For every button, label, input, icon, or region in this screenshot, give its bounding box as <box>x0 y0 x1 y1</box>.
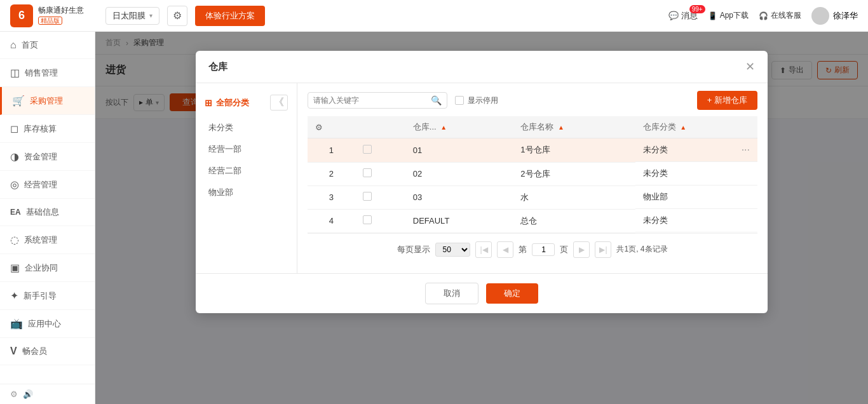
table-row[interactable]: 1 01 1号仓库 未分类 ··· <box>308 138 757 163</box>
row-code-cell: 02 <box>405 162 513 185</box>
store-selector[interactable]: 日太阳膜 ▾ <box>105 7 159 25</box>
per-page-label: 每页显示 <box>397 244 430 255</box>
sidebar-item-member[interactable]: V 畅会员 <box>0 338 95 365</box>
row-checkbox-cell <box>355 209 405 232</box>
sidebar-item-finance[interactable]: ◑ 资金管理 <box>0 143 95 171</box>
row-category-cell: 未分类 ··· <box>635 138 757 162</box>
pagination: 每页显示 50 10 20 100 |◀ ◀ 第 页 <box>308 233 757 266</box>
sort-cat-icon: ▲ <box>680 124 686 131</box>
collapse-icon[interactable]: 《 <box>270 95 288 111</box>
top-header: 6 畅康通好生意 精品版 日太阳膜 ▾ ⚙ 体验行业方案 💬 消息 99+ 📱 … <box>0 0 868 32</box>
sidebar-item-basic[interactable]: EA 基础信息 <box>0 199 95 226</box>
sidebar-item-sales[interactable]: ◫ 销售管理 <box>0 59 95 87</box>
row-checkbox[interactable] <box>363 192 372 201</box>
sidebar-item-purchase[interactable]: 🛒 采购管理 <box>0 87 95 115</box>
modal-header: 仓库 ✕ <box>196 51 768 83</box>
system-icon: ◌ <box>10 234 19 246</box>
next-page-button[interactable]: ▶ <box>573 241 590 258</box>
row-checkbox[interactable] <box>363 168 372 177</box>
search-icon[interactable]: 🔍 <box>431 95 442 105</box>
sidebar-item-enterprise[interactable]: ▣ 企业协同 <box>0 254 95 282</box>
sidebar-label-appcenter: 应用中心 <box>28 318 61 330</box>
guide-icon: ✦ <box>10 290 18 302</box>
page-number-input[interactable] <box>532 243 555 256</box>
row-code-cell: 03 <box>405 185 513 209</box>
avatar <box>811 7 829 25</box>
sort-name-icon: ▲ <box>558 124 564 131</box>
sidebar-label-member: 畅会员 <box>22 346 47 357</box>
finance-icon: ◑ <box>10 151 19 163</box>
row-name-cell: 水 <box>513 185 635 209</box>
per-page-select[interactable]: 50 10 20 100 <box>435 243 470 257</box>
category-item-ops2[interactable]: 经营二部 <box>196 160 297 182</box>
category-item-uncategorized[interactable]: 未分类 <box>196 117 297 138</box>
row-checkbox[interactable] <box>363 145 372 154</box>
sidebar-item-operation[interactable]: ◎ 经营管理 <box>0 171 95 199</box>
last-page-button[interactable]: ▶| <box>595 241 611 258</box>
search-input[interactable] <box>313 96 427 105</box>
cancel-button[interactable]: 取消 <box>425 283 478 304</box>
modal-title: 仓库 <box>208 61 227 73</box>
appcenter-icon: 📺 <box>10 318 23 330</box>
trial-button[interactable]: 体验行业方案 <box>195 6 265 26</box>
row-category-cell: 未分类 <box>635 162 757 185</box>
sidebar-label-home: 首页 <box>22 39 38 51</box>
store-name: 日太阳膜 <box>112 10 146 22</box>
category-header: ⊞ 全部分类 《 <box>196 91 297 114</box>
col-code: 仓库... ▲ <box>405 116 513 138</box>
show-disabled-checkbox[interactable] <box>455 96 464 105</box>
table-row[interactable]: 3 03 水 物业部 <box>308 185 757 209</box>
row-category-cell: 未分类 <box>635 209 757 232</box>
warehouse-table: ⚙ 仓库... ▲ 仓库名称 ▲ 仓库分类 ▲ 1 <box>308 116 757 233</box>
modal-close-icon[interactable]: ✕ <box>745 60 755 74</box>
col-checkbox <box>355 116 405 138</box>
category-item-property[interactable]: 物业部 <box>196 182 297 203</box>
sidebar: ⌂ 首页 ◫ 销售管理 🛒 采购管理 ◻ 库存核算 ◑ 资金管理 ◎ 经营管理 … <box>0 32 95 404</box>
sidebar-item-system[interactable]: ◌ 系统管理 <box>0 226 95 254</box>
notification-badge: 99+ <box>689 5 705 13</box>
online-service-area[interactable]: 🎧 在线客服 <box>759 10 801 21</box>
row-actions-btn[interactable]: ··· <box>742 144 750 156</box>
prev-page-button[interactable]: ◀ <box>497 241 513 258</box>
row-checkbox[interactable] <box>363 215 372 224</box>
sidebar-bottom[interactable]: ⚙ 🔊 <box>0 384 95 404</box>
message-icon: 💬 <box>668 11 679 20</box>
confirm-button[interactable]: 确定 <box>486 283 538 304</box>
headset-icon: 🎧 <box>759 11 768 20</box>
app-logo-icon: 6 <box>10 4 33 27</box>
page-unit: 页 <box>560 244 568 255</box>
sidebar-label-basic: 基础信息 <box>26 206 59 218</box>
sidebar-label-finance: 资金管理 <box>24 151 57 163</box>
app-download-area[interactable]: 📱 App下载 <box>708 10 749 21</box>
table-row[interactable]: 2 02 2号仓库 未分类 <box>308 162 757 185</box>
notification-area[interactable]: 💬 消息 99+ <box>668 10 698 22</box>
col-category: 仓库分类 ▲ <box>635 116 757 138</box>
phone-icon: 📱 <box>708 11 717 20</box>
row-num-cell: 2 <box>308 162 355 185</box>
sidebar-label-guide: 新手引导 <box>24 290 57 302</box>
page-label: 第 <box>519 244 527 255</box>
row-name-cell: 总仓 <box>513 209 635 232</box>
member-icon: V <box>10 346 17 357</box>
sidebar-label-operation: 经营管理 <box>24 179 57 191</box>
row-code-cell: 01 <box>405 138 513 163</box>
sidebar-item-home[interactable]: ⌂ 首页 <box>0 32 95 59</box>
app-download-label: App下载 <box>720 10 749 21</box>
purchase-icon: 🛒 <box>12 95 25 107</box>
sidebar-item-appcenter[interactable]: 📺 应用中心 <box>0 310 95 338</box>
user-avatar-area[interactable]: 徐泽华 <box>811 7 858 25</box>
sidebar-item-guide[interactable]: ✦ 新手引导 <box>0 282 95 310</box>
gear-col-icon: ⚙ <box>315 123 323 132</box>
first-page-button[interactable]: |◀ <box>475 241 492 258</box>
add-warehouse-button[interactable]: + 新增仓库 <box>697 91 757 110</box>
sales-icon: ◫ <box>10 67 20 79</box>
settings-icon[interactable]: ⚙ <box>167 6 187 26</box>
sidebar-item-inventory[interactable]: ◻ 库存核算 <box>0 115 95 143</box>
category-item-ops1[interactable]: 经营一部 <box>196 138 297 160</box>
row-code-cell: DEFAULT <box>405 209 513 232</box>
col-settings: ⚙ <box>308 116 355 138</box>
basic-icon: EA <box>10 208 21 217</box>
table-row[interactable]: 4 DEFAULT 总仓 未分类 <box>308 209 757 232</box>
header-right: 💬 消息 99+ 📱 App下载 🎧 在线客服 徐泽华 <box>668 7 858 25</box>
header-center: 日太阳膜 ▾ ⚙ 体验行业方案 <box>105 6 668 26</box>
